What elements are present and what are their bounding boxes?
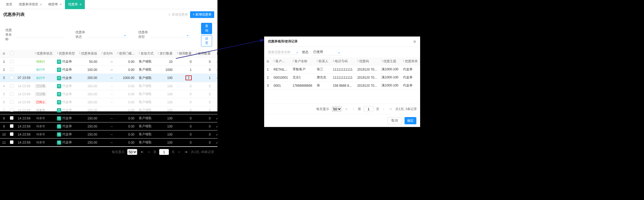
share-icon[interactable]: ↗ bbox=[216, 92, 217, 96]
tab-sales-order[interactable]: 销货单✕ bbox=[45, 0, 65, 9]
mcol-type[interactable]: ▴▾优惠券类 bbox=[401, 57, 420, 66]
table-row[interactable]: 5 14 23:59 已过期 代代金券 150.00 -- 0.00 客户领取 … bbox=[0, 90, 217, 98]
col-got[interactable]: ▴▾领用数量 bbox=[175, 50, 194, 58]
col-gear[interactable]: ⚙ bbox=[0, 50, 8, 58]
row-check[interactable] bbox=[8, 66, 16, 74]
row-check[interactable] bbox=[8, 139, 16, 147]
table-row[interactable]: 3 07 23:59 执行中 代代金券 200.00 -- 1000.00 客户… bbox=[0, 74, 217, 82]
close-icon[interactable]: ✕ bbox=[79, 3, 82, 6]
col-discount[interactable]: ▴▾折扣% bbox=[99, 50, 115, 58]
row-got[interactable]: 0 bbox=[175, 90, 194, 98]
mcol-gear[interactable]: ⚙ bbox=[264, 57, 271, 66]
table-row[interactable]: 3 0001 17666666666 张 156 6666 6... 20191… bbox=[264, 82, 420, 90]
filter-name-input[interactable] bbox=[16, 31, 65, 38]
mcol-ccode[interactable]: ▴▾优惠码 bbox=[355, 57, 380, 66]
share-icon[interactable]: ↗ bbox=[216, 68, 217, 72]
table-row[interactable]: 2 执行中 代代金券 100.00 -- 0.00 客户领取 1000 1 0 … bbox=[0, 66, 217, 74]
table-row[interactable]: 4 14 23:59 已过期 代代金券 150.00 -- 0.00 客户领取 … bbox=[0, 82, 217, 90]
first-page-icon[interactable]: ⇤ bbox=[344, 107, 349, 111]
close-icon[interactable]: ✕ bbox=[413, 39, 416, 44]
share-icon[interactable]: ↗ bbox=[216, 60, 217, 64]
mcol-phone[interactable]: ▴▾电话号码 bbox=[331, 57, 355, 66]
col-check[interactable] bbox=[8, 50, 16, 58]
checkbox-all[interactable] bbox=[10, 52, 13, 55]
share-icon[interactable]: ↗ bbox=[216, 84, 217, 88]
row-check[interactable] bbox=[8, 58, 16, 66]
filter-status-select[interactable]: ⌄ bbox=[87, 31, 128, 38]
table-row[interactable]: 10 14 23:59 待发布 代代金券 150.00 -- 0.00 客户领取… bbox=[0, 130, 217, 139]
search-icon[interactable]: ⌕ bbox=[296, 50, 298, 54]
row-check[interactable] bbox=[8, 90, 16, 98]
row-got[interactable]: 0 bbox=[175, 130, 194, 139]
query-button[interactable]: 查询 bbox=[201, 23, 212, 34]
row-check[interactable] bbox=[8, 122, 16, 130]
checkbox[interactable] bbox=[10, 124, 13, 128]
checkbox[interactable] bbox=[10, 68, 13, 71]
row-got[interactable]: 0 bbox=[175, 58, 194, 66]
row-got[interactable]: 0 bbox=[175, 114, 194, 122]
table-row[interactable]: 1 待执行 代代金券 50.00 -- 0.00 客户领取 10 0 0 ↗ ▦ bbox=[0, 58, 217, 66]
share-icon[interactable]: ↗ bbox=[216, 108, 217, 112]
next-page-icon[interactable]: › bbox=[382, 107, 385, 111]
cancel-button[interactable]: 取消 bbox=[387, 117, 402, 124]
table-row[interactable]: 7 14 23:59 待发布 代代金券 150.00 -- 0.00 客户领取 … bbox=[0, 106, 217, 114]
row-got[interactable]: 0 bbox=[175, 98, 194, 106]
col-status[interactable]: ▴▾优惠券状态 bbox=[32, 50, 55, 58]
search-box[interactable]: ⌕ bbox=[268, 50, 298, 55]
checkbox[interactable] bbox=[10, 108, 13, 112]
checkbox[interactable] bbox=[10, 100, 13, 104]
share-icon[interactable]: ↗ bbox=[216, 100, 217, 104]
per-page-select[interactable]: 50 bbox=[332, 106, 342, 112]
share-icon[interactable]: ↗ bbox=[216, 133, 217, 136]
col-qty[interactable]: ▴▾发行数量 bbox=[156, 50, 175, 58]
last-page-icon[interactable]: ⇥ bbox=[388, 107, 393, 111]
table-row[interactable]: 8 14 23:59 待发布 代代金券 150.00 -- 0.00 客户领取 … bbox=[0, 114, 217, 122]
close-icon[interactable]: ✕ bbox=[60, 3, 62, 6]
col-type[interactable]: ▴▾优惠券类型 bbox=[55, 50, 77, 58]
checkbox[interactable] bbox=[10, 60, 13, 63]
filter-type-select[interactable]: ⌄ bbox=[150, 31, 190, 38]
share-icon[interactable]: ↗ bbox=[216, 76, 217, 80]
close-icon[interactable]: ✕ bbox=[40, 3, 42, 6]
row-got[interactable]: 1 bbox=[175, 66, 194, 74]
page-input[interactable] bbox=[364, 106, 373, 112]
row-check[interactable] bbox=[8, 98, 16, 106]
table-row[interactable]: 11 14 23:59 待发布 代代金券 150.00 -- 0.00 客户领取… bbox=[0, 139, 217, 147]
share-icon[interactable]: ↗ bbox=[216, 141, 217, 144]
mcol-name[interactable]: ▴▾客户名称 bbox=[290, 57, 315, 66]
table-row[interactable]: 6 14 23:59 已终止 代代金券 150.00 -- 0.00 客户领取 … bbox=[0, 98, 217, 106]
row-check[interactable] bbox=[8, 130, 16, 139]
page-input[interactable] bbox=[159, 149, 169, 155]
prev-page-icon[interactable]: ‹ bbox=[147, 150, 151, 154]
row-got[interactable]: 0 bbox=[175, 106, 194, 114]
checkbox[interactable] bbox=[10, 84, 13, 88]
prev-page-icon[interactable]: ‹ bbox=[352, 107, 355, 111]
checkbox[interactable] bbox=[10, 76, 13, 79]
col-face[interactable]: ▴▾优惠券面值 bbox=[77, 50, 99, 58]
row-got[interactable]: 0 bbox=[175, 122, 194, 130]
search-input[interactable] bbox=[268, 50, 295, 54]
checkbox[interactable] bbox=[10, 140, 13, 144]
mcol-code[interactable]: ▴▾客户... bbox=[271, 57, 290, 66]
share-icon[interactable]: ↗ bbox=[216, 117, 217, 120]
add-coupon-button[interactable]: + 新增优惠券 bbox=[190, 11, 214, 18]
mcol-topic[interactable]: ▴▾优惠主题 bbox=[379, 57, 401, 66]
confirm-button[interactable]: 确定 bbox=[405, 117, 416, 124]
row-got[interactable]: 0 bbox=[175, 139, 194, 147]
last-page-icon[interactable]: ⇥ bbox=[183, 150, 188, 154]
tab-coupon-detail[interactable]: 优惠券详情页✕ bbox=[16, 0, 45, 9]
row-check[interactable] bbox=[8, 114, 16, 122]
tab-coupon[interactable]: 优惠券✕ bbox=[65, 0, 85, 9]
row-got[interactable]: 3 bbox=[175, 74, 194, 82]
checkbox[interactable] bbox=[10, 132, 13, 136]
first-page-icon[interactable]: ⇤ bbox=[140, 150, 145, 154]
status-select[interactable]: 已使用 ⌄ bbox=[312, 49, 342, 55]
checkbox[interactable] bbox=[10, 92, 13, 96]
next-page-icon[interactable]: › bbox=[177, 150, 181, 154]
checkbox[interactable] bbox=[10, 116, 13, 120]
table-row[interactable]: 9 14 23:59 待发布 代代金券 150.00 -- 0.00 客户领取 … bbox=[0, 122, 217, 130]
col-used[interactable]: ▴▾使用数量 bbox=[194, 50, 213, 58]
per-page-select[interactable]: 50 bbox=[127, 149, 137, 155]
row-check[interactable] bbox=[8, 74, 16, 82]
table-row[interactable]: 1 RETAIL... 零散客户 张三 11111111111 2019120 … bbox=[264, 66, 420, 74]
